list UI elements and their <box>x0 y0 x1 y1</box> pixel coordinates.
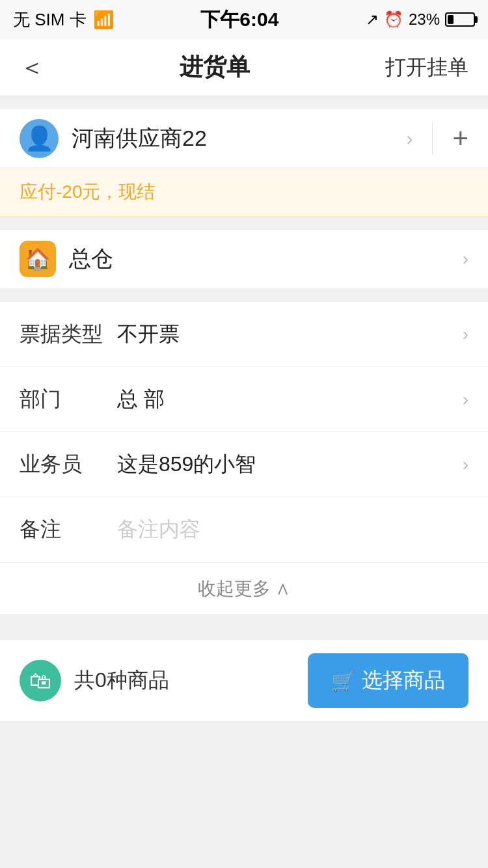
collapse-row[interactable]: 收起更多 ∧ <box>0 562 488 614</box>
battery-percent: 23% <box>409 10 440 29</box>
salesperson-label: 业务员 <box>20 450 117 479</box>
goods-count-label: 共0种商品 <box>74 666 308 695</box>
page-rest <box>0 721 488 868</box>
notice-row: 应付-20元，现结 <box>0 168 488 217</box>
status-left: 无 SIM 卡 📶 <box>13 8 114 31</box>
remark-label: 备注 <box>20 515 117 544</box>
warehouse-name: 总仓 <box>69 244 463 274</box>
select-goods-label: 选择商品 <box>362 666 445 695</box>
invoice-label: 票据类型 <box>20 320 117 349</box>
warehouse-icon: 🏠 <box>20 241 56 277</box>
time-label: 下午6:04 <box>200 7 278 33</box>
collapse-label: 收起更多 ∧ <box>198 576 291 601</box>
bottom-bar: 🛍 共0种商品 🛒 选择商品 <box>0 640 488 721</box>
form-row-department[interactable]: 部门 总 部 › <box>0 367 488 432</box>
form-section: 票据类型 不开票 › 部门 总 部 › 业务员 这是859的小智 › 备注 备注… <box>0 302 488 562</box>
status-right: ↗ ⏰ 23% <box>366 10 475 29</box>
status-bar: 无 SIM 卡 📶 下午6:04 ↗ ⏰ 23% <box>0 0 488 39</box>
wifi-icon: 📶 <box>93 10 114 30</box>
remark-input[interactable]: 备注内容 <box>117 515 468 544</box>
invoice-value: 不开票 <box>117 320 456 349</box>
back-button[interactable]: ＜ <box>20 51 44 84</box>
add-supplier-button[interactable]: + <box>452 123 468 154</box>
supplier-name: 河南供应商22 <box>72 124 406 154</box>
supplier-vertical-divider <box>432 122 433 155</box>
open-pending-button[interactable]: 打开挂单 <box>385 53 468 82</box>
section-divider-2 <box>0 217 488 230</box>
invoice-chevron-icon: › <box>463 324 468 345</box>
warehouse-home-icon: 🏠 <box>25 247 51 271</box>
section-divider-4 <box>0 614 488 627</box>
supplier-section[interactable]: 👤 河南供应商22 › + <box>0 109 488 168</box>
carrier-label: 无 SIM 卡 <box>13 8 87 31</box>
section-divider-1 <box>0 96 488 109</box>
select-goods-button[interactable]: 🛒 选择商品 <box>308 653 468 708</box>
form-row-invoice[interactable]: 票据类型 不开票 › <box>0 302 488 367</box>
department-label: 部门 <box>20 385 117 414</box>
notice-text: 应付-20元，现结 <box>20 182 155 202</box>
warehouse-chevron-icon: › <box>463 249 468 269</box>
battery-icon <box>445 12 475 27</box>
nav-bar: ＜ 进货单 打开挂单 <box>0 39 488 96</box>
supplier-avatar: 👤 <box>20 119 59 158</box>
department-chevron-icon: › <box>463 389 468 410</box>
form-row-remark[interactable]: 备注 备注内容 <box>0 497 488 562</box>
page-title: 进货单 <box>180 51 250 83</box>
department-value: 总 部 <box>117 385 456 414</box>
location-icon: ↗ <box>366 10 379 29</box>
warehouse-row[interactable]: 🏠 总仓 › <box>0 230 488 288</box>
section-divider-3 <box>0 288 488 301</box>
select-goods-icon: 🛒 <box>331 670 355 692</box>
alarm-icon: ⏰ <box>384 10 403 29</box>
supplier-chevron-icon: › <box>406 128 413 150</box>
goods-icon: 🛍 <box>20 660 61 701</box>
shopping-bag-icon: 🛍 <box>29 668 51 694</box>
form-row-salesperson[interactable]: 业务员 这是859的小智 › <box>0 432 488 497</box>
salesperson-chevron-icon: › <box>463 454 468 475</box>
salesperson-value: 这是859的小智 <box>117 450 456 479</box>
avatar-icon: 👤 <box>25 125 54 152</box>
